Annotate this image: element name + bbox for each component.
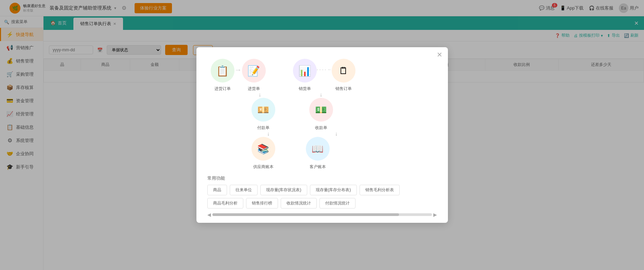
purchase-order-label: 进货订单	[214, 86, 231, 92]
scroll-right-icon[interactable]: ▶	[433, 212, 437, 217]
node-purchase-slip[interactable]: 📝 进货单	[242, 59, 266, 92]
node-receipt[interactable]: 💵 收款单	[309, 98, 333, 131]
scroll-left-icon[interactable]: ◀	[207, 212, 211, 217]
sales-slip-label: 销货单	[299, 86, 311, 92]
common-functions-section: 常用功能 商品往来单位现存量(库存状况表)现存量(库存分布表)销售毛利分析表商品…	[207, 175, 437, 209]
func-btn[interactable]: 收款情况统计	[281, 198, 317, 209]
func-btn[interactable]: 付款情况统计	[319, 198, 355, 209]
node-payment[interactable]: 💴 付款单	[251, 98, 275, 131]
node-supplier-ledger[interactable]: 📚 供应商账本	[251, 137, 275, 170]
arrow-down-sales: ↓	[302, 92, 336, 98]
sales-order-icon: 🗒	[332, 59, 355, 83]
purchase-slip-label: 进货单	[248, 86, 260, 92]
scrollbar-track[interactable]	[212, 213, 432, 216]
common-func-title: 常用功能	[207, 175, 437, 181]
purchase-slip-icon: 📝	[242, 59, 266, 83]
node-sales-slip[interactable]: 📊 销货单	[293, 59, 317, 92]
node-customer-ledger[interactable]: 📖 客户账本	[306, 137, 330, 170]
func-btn[interactable]: 现存量(库存分布表)	[310, 185, 357, 195]
supplier-ledger-icon: 📚	[251, 137, 275, 161]
popup-close-button[interactable]: ✕	[437, 51, 442, 58]
sales-slip-icon: 📊	[293, 59, 317, 83]
popup-box: ✕ 📋 进货订单 → 📝 进货单	[196, 47, 448, 223]
scrollbar-thumb[interactable]	[212, 213, 399, 216]
purchase-order-icon: 📋	[211, 59, 234, 83]
func-btn[interactable]: 商品毛利分析	[207, 198, 243, 209]
arrow-down-receipt: ↓	[319, 131, 353, 137]
arrow-down-payment: ↓	[251, 131, 285, 137]
payment-label: 付款单	[257, 125, 269, 131]
sales-order-label: 销售订单	[335, 86, 352, 92]
flow-diagram: 📋 进货订单 → 📝 进货单 📊 销货单 - - -	[207, 55, 437, 170]
customer-ledger-icon: 📖	[306, 137, 330, 161]
receipt-label: 收款单	[315, 125, 327, 131]
dashed-arrow-left: - - - - ←	[317, 59, 332, 79]
customer-ledger-label: 客户账本	[310, 164, 326, 170]
func-btn[interactable]: 销售毛利分析表	[360, 185, 400, 195]
func-btn[interactable]: 销售排行榜	[246, 198, 278, 209]
node-sales-order[interactable]: 🗒 销售订单	[332, 59, 355, 92]
receipt-icon: 💵	[309, 98, 333, 122]
spacer-1	[266, 59, 293, 72]
node-purchase-order[interactable]: 📋 进货订单	[211, 59, 234, 92]
func-btn[interactable]: 商品	[207, 185, 227, 195]
func-btn[interactable]: 往来单位	[230, 185, 258, 195]
func-buttons: 商品往来单位现存量(库存状况表)现存量(库存分布表)销售毛利分析表商品毛利分析销…	[207, 185, 437, 209]
supplier-ledger-label: 供应商账本	[253, 164, 274, 170]
popup-scrollbar-area[interactable]: ◀ ▶	[207, 212, 437, 217]
popup-overlay[interactable]: ✕ 📋 进货订单 → 📝 进货单	[0, 0, 644, 270]
func-btn[interactable]: 现存量(库存状况表)	[260, 185, 307, 195]
arrow-down-purchase: ↓	[234, 92, 275, 98]
payment-icon: 💴	[251, 98, 275, 122]
arrow-right-1: →	[234, 59, 242, 81]
